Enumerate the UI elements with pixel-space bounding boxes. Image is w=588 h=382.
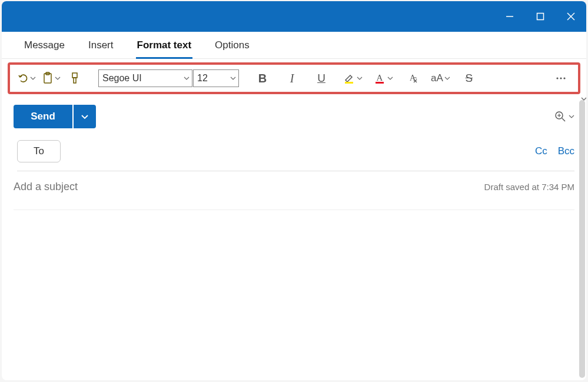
send-button[interactable]: Send bbox=[14, 105, 72, 128]
zoom-button[interactable] bbox=[554, 111, 574, 122]
svg-point-12 bbox=[556, 77, 558, 79]
change-case-icon: aA bbox=[431, 72, 443, 84]
bold-icon: B bbox=[258, 72, 267, 85]
format-painter-button[interactable] bbox=[64, 68, 85, 89]
paintbrush-icon bbox=[69, 72, 80, 85]
draft-status: Draft saved at 7:34 PM bbox=[484, 182, 574, 192]
ellipsis-icon bbox=[555, 72, 567, 84]
minimize-icon bbox=[506, 12, 514, 21]
more-options-button[interactable] bbox=[552, 68, 573, 89]
tab-strip: Message Insert Format text Options bbox=[2, 32, 586, 59]
clear-formatting-icon: A bbox=[405, 72, 419, 85]
maximize-button[interactable] bbox=[525, 1, 556, 32]
maximize-icon bbox=[536, 12, 544, 21]
clear-formatting-button[interactable]: A bbox=[401, 68, 423, 89]
titlebar bbox=[2, 1, 586, 32]
tab-options[interactable]: Options bbox=[203, 32, 261, 59]
zoom-icon bbox=[554, 111, 566, 122]
undo-button[interactable] bbox=[15, 68, 38, 89]
close-icon bbox=[567, 12, 575, 21]
chevron-down-icon bbox=[357, 75, 363, 81]
underline-icon: U bbox=[317, 72, 325, 85]
tab-format-text[interactable]: Format text bbox=[125, 32, 204, 59]
svg-rect-10 bbox=[376, 82, 384, 84]
svg-point-14 bbox=[563, 77, 565, 79]
chevron-down-icon bbox=[230, 75, 236, 81]
chevron-down-icon bbox=[184, 75, 190, 81]
ribbon-container: Segoe UI 12 B I U bbox=[2, 59, 586, 98]
send-row: Send bbox=[14, 105, 574, 128]
subject-input[interactable] bbox=[14, 181, 150, 193]
chevron-down-icon bbox=[444, 75, 450, 81]
svg-point-13 bbox=[560, 77, 562, 79]
chevron-down-icon bbox=[569, 114, 574, 119]
svg-line-16 bbox=[562, 118, 565, 121]
paste-button[interactable] bbox=[39, 68, 63, 89]
svg-rect-6 bbox=[72, 73, 77, 78]
italic-button[interactable]: I bbox=[281, 68, 303, 89]
chevron-down-icon bbox=[30, 75, 36, 81]
strikethrough-icon: S bbox=[465, 72, 473, 85]
undo-icon bbox=[17, 72, 29, 84]
subject-row: Draft saved at 7:34 PM bbox=[14, 181, 574, 193]
compose-window: Message Insert Format text Options bbox=[2, 1, 586, 380]
compose-body: Send To Cc Bcc bbox=[2, 98, 586, 380]
highlight-icon bbox=[343, 72, 356, 85]
font-name-select[interactable]: Segoe UI bbox=[98, 69, 192, 87]
underline-button[interactable]: U bbox=[311, 68, 332, 89]
bcc-button[interactable]: Bcc bbox=[558, 145, 574, 157]
chevron-down-icon bbox=[55, 75, 61, 81]
change-case-button[interactable]: aA bbox=[428, 68, 453, 89]
cc-button[interactable]: Cc bbox=[535, 145, 547, 157]
font-size-select[interactable]: 12 bbox=[193, 69, 239, 87]
svg-rect-1 bbox=[537, 14, 544, 20]
font-color-button[interactable]: A bbox=[371, 68, 396, 89]
to-button[interactable]: To bbox=[17, 140, 61, 162]
chevron-down-icon bbox=[81, 112, 89, 121]
font-color-icon: A bbox=[373, 72, 386, 85]
highlight-button[interactable] bbox=[340, 68, 365, 89]
vertical-scrollbar[interactable] bbox=[579, 100, 585, 378]
tab-insert[interactable]: Insert bbox=[77, 32, 125, 59]
format-ribbon: Segoe UI 12 B I U bbox=[8, 62, 580, 94]
clipboard-icon bbox=[42, 72, 54, 85]
italic-icon: I bbox=[290, 72, 294, 85]
minimize-button[interactable] bbox=[494, 1, 525, 32]
to-input[interactable] bbox=[68, 146, 535, 157]
svg-rect-8 bbox=[345, 82, 353, 84]
close-button[interactable] bbox=[556, 1, 586, 32]
strikethrough-button[interactable]: S bbox=[459, 68, 480, 89]
font-name-value: Segoe UI bbox=[102, 73, 142, 84]
bold-button[interactable]: B bbox=[252, 68, 273, 89]
to-row: To Cc Bcc bbox=[17, 140, 574, 171]
svg-text:A: A bbox=[377, 73, 383, 82]
font-size-value: 12 bbox=[197, 73, 208, 84]
message-body[interactable] bbox=[14, 210, 574, 363]
tab-message[interactable]: Message bbox=[12, 32, 77, 59]
send-options-button[interactable] bbox=[74, 105, 96, 128]
svg-rect-7 bbox=[74, 78, 76, 83]
chevron-down-icon bbox=[387, 75, 393, 81]
